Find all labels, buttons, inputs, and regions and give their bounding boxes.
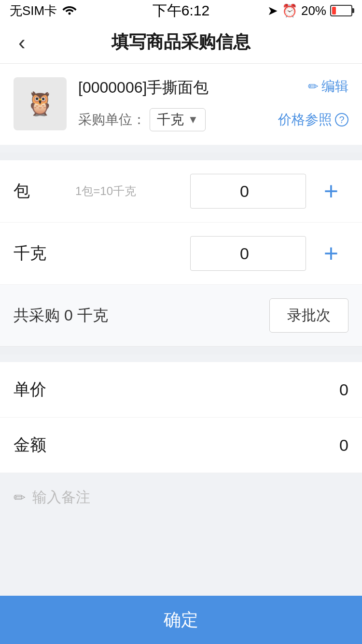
amount-label: 金额 [14, 434, 46, 456]
location-icon: ➤ [267, 3, 278, 18]
battery-icon [330, 5, 352, 16]
page-title: 填写商品采购信息 [111, 30, 251, 54]
svg-point-0 [69, 12, 71, 14]
price-ref-label: 价格参照 [278, 111, 332, 129]
kg-field-wrap: + [71, 236, 348, 271]
status-time: 下午6:12 [153, 1, 209, 21]
pack-input[interactable] [190, 174, 306, 209]
price-ref-button[interactable]: 价格参照 ? [278, 111, 348, 129]
summary-unit: 千克 [77, 307, 108, 324]
pack-plus-button[interactable]: + [314, 174, 348, 209]
section-divider-2 [0, 347, 362, 354]
summary-row: 共采购 0 千克 录批次 [0, 285, 362, 347]
unit-price-value: 0 [339, 380, 348, 399]
product-unit-row: 采购单位： 千克 ▼ 价格参照 ? [78, 108, 348, 131]
kg-input[interactable] [190, 236, 306, 271]
status-left: 无SIM卡 [10, 2, 77, 19]
battery-percent: 20% [301, 3, 326, 18]
back-button[interactable]: ‹ [14, 27, 30, 58]
note-placeholder: 输入备注 [32, 488, 90, 507]
batch-button[interactable]: 录批次 [269, 298, 348, 333]
status-right: ➤ ⏰ 20% [267, 3, 352, 18]
amount-row: 金额 0 [0, 418, 362, 473]
carrier-label: 无SIM卡 [10, 2, 57, 19]
question-icon: ? [335, 113, 348, 126]
wifi-icon [62, 3, 77, 18]
nav-bar: ‹ 填写商品采购信息 [0, 21, 362, 64]
product-header: [0000006]手撕面包 ✏ 编辑 [78, 77, 348, 98]
confirm-bar[interactable]: 确定 [0, 596, 362, 644]
pack-field-wrap: + [136, 174, 348, 209]
product-logo: 🦉 [26, 90, 55, 117]
summary-amount: 0 [64, 307, 73, 324]
pack-input-row: 包 1包=10千克 + [0, 160, 362, 223]
product-image: 🦉 [14, 77, 67, 130]
status-bar: 无SIM卡 下午6:12 ➤ ⏰ 20% [0, 0, 362, 21]
product-name: [0000006]手撕面包 [78, 77, 209, 98]
unit-select[interactable]: 千克 ▼ [150, 108, 206, 131]
product-card: 🦉 [0000006]手撕面包 ✏ 编辑 采购单位： 千克 ▼ [0, 64, 362, 145]
unit-value: 千克 [157, 111, 184, 129]
dropdown-arrow-icon: ▼ [188, 113, 198, 126]
kg-label: 千克 [14, 242, 71, 265]
price-section: 单价 0 金额 0 [0, 362, 362, 473]
edit-button[interactable]: ✏ 编辑 [308, 77, 348, 96]
amount-value: 0 [339, 436, 348, 455]
pack-label: 包 [14, 180, 71, 202]
confirm-button[interactable]: 确定 [164, 608, 198, 632]
edit-icon: ✏ [308, 79, 319, 94]
edit-label: 编辑 [321, 77, 348, 96]
unit-price-label: 单价 [14, 378, 46, 401]
unit-price-row: 单价 0 [0, 362, 362, 418]
pencil-icon: ✏ [14, 489, 26, 506]
kg-plus-button[interactable]: + [314, 236, 348, 271]
product-info: [0000006]手撕面包 ✏ 编辑 采购单位： 千克 ▼ 价格参照 [78, 77, 348, 131]
pack-sub-label: 1包=10千克 [75, 183, 136, 199]
kg-input-row: 千克 + [0, 223, 362, 285]
section-divider-1 [0, 153, 362, 160]
alarm-icon: ⏰ [282, 3, 297, 18]
unit-label: 采购单位： [78, 111, 146, 129]
summary-text: 共采购 0 千克 [14, 305, 108, 326]
input-section: 包 1包=10千克 + 千克 + 共采购 0 千克 录批次 [0, 160, 362, 347]
note-section[interactable]: ✏ 输入备注 [0, 473, 362, 522]
summary-label: 共采购 [14, 307, 60, 324]
